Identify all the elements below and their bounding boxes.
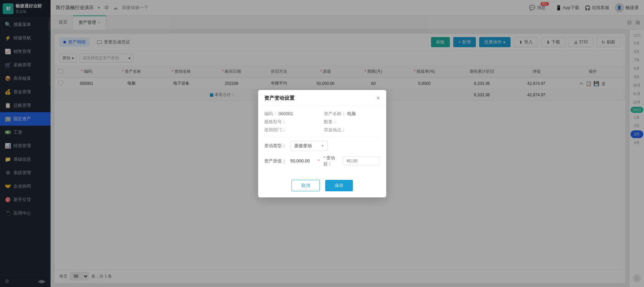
change-type-dropdown-icon: ▾ bbox=[321, 143, 324, 148]
change-type-value: 原值变动 bbox=[294, 143, 312, 149]
change-type-row: 变动类型： 原值变动 ▾ bbox=[264, 141, 380, 151]
change-type-select[interactable]: 原值变动 ▾ bbox=[290, 141, 328, 151]
asset-name-value: 电脑 bbox=[347, 111, 356, 117]
dialog-overlay: 资产变动设置 × 编码： 000001 资产名称： 电脑 规格型号： 数量： bbox=[0, 0, 644, 287]
dialog-code-field: 编码： 000001 bbox=[264, 111, 320, 117]
dialog-dept-field: 使用部门： bbox=[264, 127, 320, 133]
save-button[interactable]: 保存 bbox=[325, 180, 353, 191]
dialog-body: 编码： 000001 资产名称： 电脑 规格型号： 数量： 使用部门： bbox=[258, 105, 386, 177]
dialog-asset-name-field: 资产名称： 电脑 bbox=[324, 111, 380, 117]
original-value-value: 50,000.00 bbox=[290, 158, 310, 163]
dialog-title: 资产变动设置 bbox=[264, 95, 295, 101]
code-label: 编码： bbox=[264, 111, 277, 117]
cancel-button[interactable]: 取消 bbox=[292, 180, 320, 191]
dialog-divider bbox=[264, 137, 380, 137]
quantity-label: 数量： bbox=[324, 119, 337, 125]
asset-name-label: 资产名称： bbox=[324, 111, 346, 117]
dialog-info-grid: 编码： 000001 资产名称： 电脑 规格型号： 数量： 使用部门： bbox=[264, 111, 380, 133]
dialog-header: 资产变动设置 × bbox=[258, 90, 386, 105]
asset-change-dialog: 资产变动设置 × 编码： 000001 资产名称： 电脑 规格型号： 数量： bbox=[258, 90, 386, 197]
spec-label: 规格型号： bbox=[264, 119, 286, 125]
change-type-label: 变动类型： bbox=[264, 143, 288, 149]
location-label: 存放地点： bbox=[324, 127, 346, 133]
original-value-label: 资产原值： bbox=[264, 158, 288, 164]
after-change-label: * 变动后： bbox=[323, 155, 340, 167]
dept-label: 使用部门： bbox=[264, 127, 286, 133]
original-value-row: 资产原值： 50,000.00 * * 变动后： bbox=[264, 155, 380, 167]
after-change-input[interactable] bbox=[343, 156, 380, 165]
dialog-location-field: 存放地点： bbox=[324, 127, 380, 133]
dialog-quantity-field: 数量： bbox=[324, 119, 380, 125]
dialog-footer: 取消 保存 bbox=[258, 177, 386, 197]
dialog-close-button[interactable]: × bbox=[376, 95, 380, 102]
required-star: * bbox=[318, 158, 319, 163]
dialog-spec-field: 规格型号： bbox=[264, 119, 320, 125]
code-value: 000001 bbox=[279, 111, 293, 116]
